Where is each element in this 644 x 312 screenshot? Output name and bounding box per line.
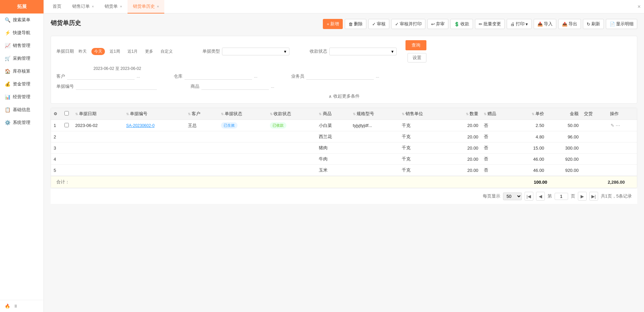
tab-bar-close[interactable]: × [638, 4, 641, 10]
sidebar-item-label: 快捷导航 [13, 30, 30, 36]
goods-dots[interactable]: ... [271, 84, 274, 89]
sidebar-item-sales-mgmt[interactable]: 📈 销售管理 [0, 39, 44, 52]
delete-button[interactable]: 🗑 删除 [345, 19, 366, 29]
sidebar-item-capital-mgmt[interactable]: 💰 资金管理 [0, 78, 44, 90]
row-amount: 920.00 [547, 154, 581, 165]
row-qty: 20.00 [448, 142, 481, 154]
customer-label: 客户 [56, 73, 65, 79]
col-unit-price[interactable]: ⇅ 单价 [514, 108, 547, 120]
row-unit-price: 15.00 [514, 142, 547, 154]
sidebar-item-search-menu[interactable]: 🔍 搜索菜单 [0, 14, 44, 26]
col-goods[interactable]: ⇅ 商品 [316, 108, 350, 120]
footer-total-qty: 100.00 [496, 180, 551, 185]
tab-sales-delivery-close[interactable]: × [120, 4, 122, 8]
last-page-button[interactable]: ▶| [589, 192, 598, 201]
export-button[interactable]: 📤 导出 [558, 19, 581, 29]
tab-sales-order[interactable]: 销售订单 × [67, 0, 99, 14]
row-doc-status [218, 165, 267, 176]
staff-dots[interactable]: ... [376, 74, 379, 79]
export-icon: 📤 [562, 22, 567, 27]
sidebar-item-label: 销售管理 [13, 43, 30, 49]
new-button[interactable]: + 新增 [323, 19, 343, 29]
review-print-button[interactable]: ✓ 审核并打印 [391, 19, 425, 29]
date-tag-last7[interactable]: 近1周 [107, 48, 123, 55]
batch-change-button[interactable]: ✏ 批量变更 [475, 19, 505, 29]
col-doc-status[interactable]: ⇅ 单据状态 [218, 108, 267, 120]
sidebar-item-basic-info[interactable]: 📋 基础信息 [0, 103, 44, 116]
collapse-button[interactable]: ∧ 收起更多条件 [56, 93, 632, 99]
date-tag-more[interactable]: 更多 [142, 48, 156, 55]
query-button[interactable]: 查询 [405, 40, 426, 50]
next-page-button[interactable]: ▶ [578, 192, 587, 201]
date-tag-custom[interactable]: 自定义 [158, 48, 175, 55]
page-size-select[interactable]: 50 20 100 [503, 192, 522, 200]
abandon-button[interactable]: ↩ 弃审 [427, 19, 448, 29]
table-row: 4 牛肉 千克 20.00 否 46.00 920.00 [51, 154, 637, 165]
page-size-label: 每页显示 [483, 193, 500, 199]
import-button[interactable]: 📥 导入 [534, 19, 556, 29]
show-detail-button[interactable]: 📄 显示明细 [606, 19, 637, 29]
refresh-button[interactable]: ↻ 刷新 [583, 19, 604, 29]
row-doc-status [218, 131, 267, 142]
col-spec[interactable]: ⇅ 规格型号 [350, 108, 399, 120]
doc-type-select[interactable]: ▾ [222, 48, 289, 55]
print-button[interactable]: 🖨 打印 ▾ [507, 19, 532, 29]
customer-dots[interactable]: ... [137, 74, 140, 79]
collect-button[interactable]: 💲 收款 [450, 19, 473, 29]
staff-input[interactable] [306, 73, 374, 80]
tab-sales-order-close[interactable]: × [92, 4, 94, 8]
col-payment-status[interactable]: ⇅ 收款状态 [267, 108, 316, 120]
sidebar-bottom-icon1[interactable]: 🔥 [5, 304, 10, 309]
review-button[interactable]: ✓ 审核 [368, 19, 389, 29]
col-customer[interactable]: ⇅ 客户 [185, 108, 218, 120]
goods-input[interactable] [201, 83, 269, 90]
select-all-checkbox[interactable] [64, 111, 69, 115]
set-button[interactable]: 设置 [408, 53, 426, 62]
payment-status-badge: 已收款 [270, 122, 286, 129]
tab-sales-delivery-history[interactable]: 销货单历史 × [128, 0, 164, 14]
sidebar-item-label: 经营管理 [13, 94, 30, 100]
doc-number-link[interactable]: SA-20230602-0 [126, 123, 155, 128]
customer-input[interactable] [67, 73, 135, 80]
table-footer: 合计： 100.00 2,286.00 [51, 176, 637, 188]
doc-status-badge: 已生效 [221, 122, 237, 129]
col-gift[interactable]: ⇅ 赠品 [481, 108, 514, 120]
col-amount[interactable]: 金额 [547, 108, 581, 120]
date-tag-yesterday[interactable]: 昨天 [76, 48, 89, 55]
col-doc-number[interactable]: ⇅ 单据编号 [123, 108, 185, 120]
sidebar-item-ops-mgmt[interactable]: 📊 经营管理 [0, 90, 44, 103]
date-tag-today[interactable]: 今天 [91, 48, 105, 55]
col-qty[interactable]: ⇅ 数量 [448, 108, 481, 120]
doc-number-input[interactable] [76, 83, 157, 90]
tab-sales-delivery[interactable]: 销货单 × [99, 0, 127, 14]
warehouse-input[interactable] [185, 73, 252, 80]
tab-sales-delivery-history-close[interactable]: × [157, 4, 159, 8]
row-doc-number [123, 142, 185, 154]
page-number-input[interactable] [555, 193, 568, 200]
row-unit: 千克 [399, 165, 448, 176]
row-transaction [581, 120, 607, 131]
date-tag-last-month[interactable]: 近1月 [125, 48, 141, 55]
prev-page-button[interactable]: ◀ [536, 192, 545, 201]
row-checkbox[interactable] [64, 123, 69, 127]
row-num-cell: 2 [51, 131, 62, 142]
tab-home[interactable]: 首页 [47, 0, 67, 14]
date-range-display: 2023-06-02 至 2023-06-02 [93, 66, 141, 72]
row-gift: 否 [481, 120, 514, 131]
payment-status-select[interactable]: ▾ [329, 48, 397, 55]
col-doc-date[interactable]: ⇅ 单据日期 [73, 108, 123, 120]
sidebar-item-quick-nav[interactable]: ⚡ 快捷导航 [0, 26, 44, 39]
col-settings[interactable]: ⚙ [51, 108, 62, 120]
row-doc-status [218, 154, 267, 165]
col-unit[interactable]: ⇅ 销售单位 [399, 108, 448, 120]
more-action-icon[interactable]: ⋯ [616, 123, 620, 128]
sidebar-item-inventory[interactable]: 🏠 库存核算 [0, 65, 44, 78]
edit-action-icon[interactable]: ✎ [611, 123, 614, 128]
col-transaction: 交货 [581, 108, 607, 120]
sidebar-item-sys-mgmt[interactable]: ⚙️ 系统管理 [0, 116, 44, 129]
sidebar-bottom-icon2[interactable]: ⏸ [13, 304, 18, 309]
warehouse-dots[interactable]: ... [254, 74, 257, 79]
sidebar-item-purchase-mgmt[interactable]: 🛒 采购管理 [0, 52, 44, 65]
row-doc-number [123, 131, 185, 142]
first-page-button[interactable]: |◀ [525, 192, 533, 201]
